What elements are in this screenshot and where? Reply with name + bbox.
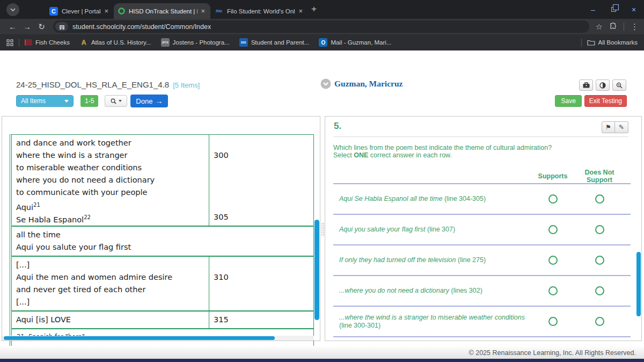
line-number — [214, 186, 313, 199]
item-filter-dropdown[interactable]: All Items — [16, 95, 74, 107]
filo-favicon-icon: filo — [215, 7, 223, 16]
radio-supports[interactable] — [548, 225, 558, 234]
browser-toolbar: ← → ↻ student.schoolcity.com/student/Com… — [0, 19, 644, 34]
answer-row: ...where the wind is a stranger to miser… — [333, 307, 631, 337]
radio-does-not-support[interactable] — [595, 225, 604, 234]
poem-lines: all the timeAqui you salute your flag fi… — [12, 227, 313, 256]
poem-line: and dance and work together — [16, 137, 209, 149]
tab-search-chevron-icon[interactable] — [6, 3, 19, 16]
answer-row-label: Aqui Se Habla Espanol all the time (line… — [333, 195, 538, 203]
extensions-icon[interactable] — [609, 23, 617, 31]
browser-tab[interactable]: filoFilo Student: World's Only Live× — [210, 3, 308, 19]
line-number — [214, 259, 313, 271]
forward-button[interactable]: → — [20, 22, 34, 31]
poem-line: and never get tired of each other — [16, 284, 209, 296]
passage-horizontal-scrollbar[interactable] — [4, 336, 275, 340]
poem-line-numbers: 315 — [209, 312, 313, 328]
window-restore-button[interactable] — [603, 0, 624, 19]
all-bookmarks-label[interactable]: All Bookmarks — [598, 39, 638, 46]
poem-line: [...] — [16, 259, 209, 271]
answer-row-label: Aqui you salute your flag first (line 30… — [333, 226, 538, 234]
address-bar[interactable]: student.schoolcity.com/student/Common/In… — [53, 20, 589, 33]
answer-row: If only they had turned off the televisi… — [333, 245, 631, 276]
done-button[interactable]: Done → — [130, 95, 168, 107]
test-title: 24-25_HISD_DOL_HS_RLA_E_ENG1_4.8[5 Items… — [16, 80, 200, 89]
bookmark-item[interactable]: Fish Cheeks — [25, 39, 70, 46]
bookmark-item[interactable]: JPTXJostens - Photogra... — [161, 38, 230, 47]
reload-button[interactable]: ↻ — [34, 22, 49, 32]
radio-supports[interactable] — [548, 286, 558, 295]
item-range-button[interactable]: 1-5 — [80, 95, 98, 107]
passage-horizontal-scrollbar-track[interactable] — [2, 336, 314, 341]
poem-stanza: and dance and work togetherwhere the win… — [12, 135, 313, 227]
contrast-button[interactable] — [596, 79, 610, 91]
bookmark-star-icon[interactable]: ☆ — [596, 22, 603, 32]
radio-supports[interactable] — [548, 194, 558, 204]
radio-does-not-support[interactable] — [595, 194, 604, 204]
answer-row: ...where you do not need a dictionary (l… — [333, 276, 631, 307]
flag-question-button[interactable]: ⚑ — [602, 121, 615, 133]
site-info-icon[interactable] — [55, 22, 68, 31]
poem-line-numbers: 300305 — [209, 135, 313, 226]
bookmark-label: Fish Cheeks — [35, 39, 70, 46]
poem-line: to communicate with your people — [16, 186, 209, 199]
passage-panel: and dance and work togetherwhere the win… — [2, 116, 320, 341]
passage-vertical-scrollbar[interactable] — [314, 220, 319, 320]
radio-supports[interactable] — [548, 256, 558, 265]
browser-tab[interactable]: HISD OnTrack Student | Renais× — [114, 3, 210, 19]
toolbox-button[interactable] — [579, 79, 593, 91]
folder-icon — [587, 39, 595, 46]
done-arrow-icon: → — [155, 97, 163, 105]
line-number: 305 — [214, 211, 313, 223]
hisd-favicon-icon — [118, 8, 125, 15]
back-button[interactable]: ← — [5, 22, 20, 31]
radio-does-not-support[interactable] — [595, 317, 604, 326]
panel-resize-handle[interactable] — [321, 222, 325, 236]
notes-button[interactable]: ✎ — [615, 121, 628, 133]
tab-close-icon[interactable]: × — [200, 7, 206, 15]
bookmark-label: Student and Parent... — [251, 39, 310, 46]
line-number — [214, 296, 313, 308]
radio-does-not-support[interactable] — [595, 256, 604, 265]
window-close-button[interactable]: × — [624, 0, 644, 19]
poem-line: where you do not need a dictionary — [16, 174, 209, 186]
new-tab-button[interactable]: + — [311, 4, 317, 15]
apps-grid-icon[interactable] — [6, 39, 13, 46]
save-button[interactable]: Save — [555, 95, 581, 107]
poem-line: Aqui21 — [16, 199, 209, 211]
bookmark-item[interactable]: AAtlas of U.S. History... — [79, 38, 151, 47]
chevron-down-icon — [64, 100, 69, 103]
tab-close-icon[interactable]: × — [297, 7, 304, 15]
poem-stanza: [...]Aqui the men and women admire desir… — [12, 257, 313, 312]
exit-testing-button[interactable]: Exit Testing — [584, 95, 627, 107]
zoom-button[interactable] — [612, 79, 626, 91]
line-number — [214, 162, 313, 174]
radio-does-not-support[interactable] — [595, 286, 604, 295]
question-vertical-scrollbar[interactable] — [636, 252, 641, 316]
bookmark-label: Atlas of U.S. History... — [91, 39, 151, 46]
radio-supports[interactable] — [548, 317, 558, 326]
bookmark-item[interactable]: OMail - Guzman, Mari... — [319, 38, 391, 47]
poem-stanza: all the timeAqui you salute your flag fi… — [12, 227, 313, 257]
poem-line: Se Habla Espanol22 — [16, 211, 209, 223]
window-minimize-button[interactable]: – — [583, 0, 603, 19]
line-number — [214, 137, 313, 149]
answer-row-label: ...where the wind is a stranger to miser… — [333, 314, 538, 330]
column-header-does-not-support: Does Not Support — [581, 169, 618, 184]
jostens-bookmark-icon: JPTX — [161, 38, 170, 47]
tab-close-icon[interactable]: × — [103, 7, 109, 15]
browser-tab[interactable]: CClever | Portal× — [45, 3, 114, 19]
bookmark-item[interactable]: SISStudent and Parent... — [239, 38, 310, 47]
browser-menu-icon[interactable]: ⋮ — [631, 22, 639, 32]
tab-title: HISD OnTrack Student | Renais — [129, 8, 197, 15]
poem-line: where the wind is a stranger — [16, 149, 209, 162]
book-bookmark-icon — [25, 39, 32, 46]
divider — [333, 136, 628, 137]
poem-line: Aqui you salute your flag first — [16, 241, 313, 254]
footer: © 2025 Renaissance Learning, Inc. All Ri… — [0, 346, 644, 359]
chevron-down-icon — [119, 100, 122, 102]
student-chevron-icon[interactable] — [320, 78, 331, 89]
tab-title: Filo Student: World's Only Live — [227, 8, 295, 15]
search-dropdown-button[interactable] — [105, 95, 127, 107]
clever-favicon-icon: C — [49, 7, 58, 16]
